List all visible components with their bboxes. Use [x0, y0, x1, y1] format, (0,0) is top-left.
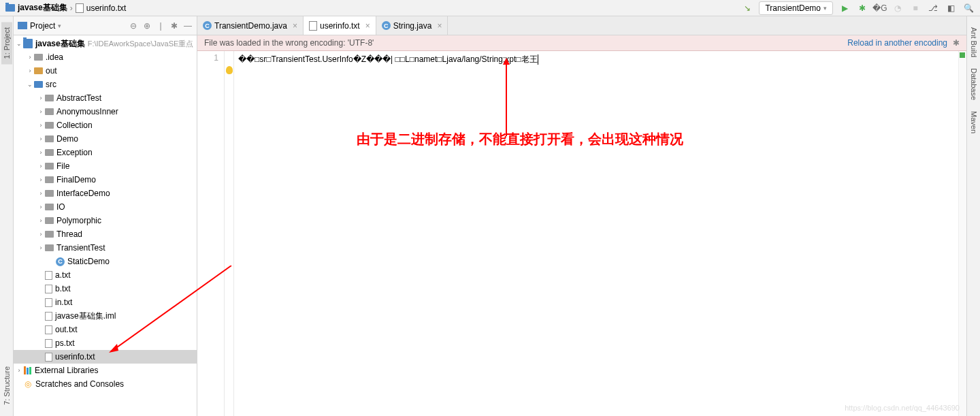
editor-tab[interactable]: CTransientDemo.java× — [197, 16, 304, 35]
editor-tab[interactable]: userinfo.txt× — [304, 16, 376, 35]
tree-package[interactable]: ›Demo — [14, 132, 197, 146]
gear-icon[interactable]: ✱ — [169, 21, 179, 31]
tree-scratches[interactable]: ◎ Scratches and Consoles — [14, 377, 197, 391]
chevron-right-icon[interactable]: › — [37, 108, 45, 115]
file-icon — [45, 271, 52, 280]
chevron-right-icon[interactable]: › — [37, 190, 45, 197]
breadcrumb-file[interactable]: userinfo.txt — [76, 3, 127, 13]
stop-icon[interactable]: ■ — [909, 2, 921, 14]
chevron-down-icon[interactable]: ⌄ — [15, 40, 23, 47]
tab-project[interactable]: 1: Project — [1, 22, 12, 64]
editor-tabs: CTransientDemo.java×userinfo.txt×CString… — [197, 16, 966, 35]
line-gutter[interactable]: 1 — [197, 51, 225, 416]
run-config-selector[interactable]: TransientDemo ▾ — [759, 1, 833, 15]
reload-encoding-link[interactable]: Reload in another encoding — [847, 38, 947, 48]
tree-package[interactable]: ›File — [14, 159, 197, 173]
target-icon[interactable]: ⊕ — [142, 21, 152, 31]
tree-package[interactable]: ›Collection — [14, 118, 197, 132]
collapse-icon[interactable]: ⊖ — [129, 21, 138, 31]
chevron-right-icon[interactable]: › — [37, 122, 45, 129]
tree-package[interactable]: ›FinalDemo — [14, 173, 197, 187]
package-icon — [45, 176, 54, 183]
package-icon — [45, 244, 54, 251]
tree-external-libs[interactable]: › External Libraries — [14, 364, 197, 377]
chevron-right-icon[interactable]: › — [37, 244, 45, 251]
tree-file[interactable]: userinfo.txt — [14, 350, 197, 364]
file-icon — [45, 285, 52, 293]
chevron-down-icon[interactable]: ⌄ — [26, 81, 34, 88]
chevron-right-icon[interactable]: › — [37, 149, 45, 156]
tree-file[interactable]: a.txt — [14, 268, 197, 282]
chevron-right-icon[interactable]: › — [37, 95, 45, 101]
gear-icon[interactable]: ✱ — [953, 38, 960, 48]
error-stripe[interactable] — [958, 51, 966, 416]
tree-file[interactable]: ps.txt — [14, 336, 197, 350]
package-icon — [45, 217, 54, 224]
tree-file[interactable]: b.txt — [14, 282, 197, 295]
layout-icon[interactable]: ◧ — [945, 2, 957, 14]
package-icon — [45, 108, 54, 115]
coverage-icon[interactable]: �G — [874, 2, 886, 14]
tab-structure[interactable]: 7: Structure — [1, 361, 12, 411]
breadcrumb-bar: javase基础集 › userinfo.txt ↘ TransientDemo… — [0, 0, 980, 16]
tree-package[interactable]: ›AnonymousInner — [14, 105, 197, 118]
chevron-down-icon: ▾ — [823, 5, 827, 12]
tree-package[interactable]: ›InterfaceDemo — [14, 187, 197, 200]
close-icon[interactable]: × — [365, 21, 370, 31]
close-icon[interactable]: × — [293, 21, 297, 31]
breadcrumb-project[interactable]: javase基础集 — [5, 2, 67, 14]
profile-icon[interactable]: ◔ — [892, 2, 904, 14]
annotation-text: 由于是二进制存储，不能直接打开看，会出现这种情况 — [357, 133, 683, 145]
tree-src[interactable]: ⌄ src — [14, 78, 197, 91]
file-icon — [45, 312, 52, 321]
class-icon: C — [56, 257, 65, 266]
lightbulb-icon[interactable] — [226, 66, 233, 74]
tree-file[interactable]: in.txt — [14, 295, 197, 309]
chevron-right-icon[interactable]: › — [37, 163, 45, 170]
icon-gutter[interactable] — [225, 51, 234, 416]
chevron-down-icon[interactable]: ▾ — [58, 22, 61, 29]
tree-idea[interactable]: › .idea — [14, 50, 197, 64]
chevron-right-icon[interactable]: › — [37, 231, 45, 238]
chevron-right-icon[interactable]: › — [15, 367, 23, 374]
tab-database[interactable]: Database — [968, 63, 979, 106]
editor-content[interactable]: 1 ��□sr□TransientTest.UserInfo�Z���| □□L… — [197, 51, 966, 416]
tree-package[interactable]: ›Exception — [14, 146, 197, 159]
tab-ant[interactable]: Ant Build — [968, 22, 979, 63]
scratches-icon: ◎ — [23, 379, 33, 389]
chevron-right-icon[interactable]: › — [26, 67, 34, 74]
divider-icon: | — [156, 21, 165, 31]
editor-tab[interactable]: CString.java× — [376, 16, 448, 35]
run-icon[interactable]: ▶ — [838, 2, 851, 14]
tab-maven[interactable]: Maven — [968, 106, 979, 139]
tree-out[interactable]: › out — [14, 64, 197, 78]
tree-package[interactable]: ›IO — [14, 200, 197, 214]
tree-file[interactable]: out.txt — [14, 323, 197, 336]
git-icon[interactable]: ⎇ — [927, 2, 939, 14]
tree-file[interactable]: javase基础集.iml — [14, 309, 197, 323]
chevron-right-icon[interactable]: › — [37, 204, 45, 210]
chevron-right-icon[interactable]: › — [37, 135, 45, 142]
package-icon — [45, 122, 54, 129]
project-title[interactable]: Project — [30, 21, 55, 31]
breadcrumb-project-label: javase基础集 — [18, 2, 67, 14]
chevron-right-icon[interactable]: › — [26, 54, 34, 61]
build-icon[interactable]: ↘ — [741, 2, 753, 14]
tree-staticdemo[interactable]: C StaticDemo — [14, 255, 197, 268]
tree-root[interactable]: ⌄ javase基础集 F:\IDEAworkSpace\JavaSE重点 — [14, 37, 197, 50]
tree-package[interactable]: ›Thread — [14, 227, 197, 241]
tree-package[interactable]: ›TransientTest — [14, 241, 197, 255]
tab-label: String.java — [393, 21, 432, 31]
hide-icon[interactable]: — — [183, 21, 193, 31]
tab-label: userinfo.txt — [320, 21, 360, 31]
chevron-right-icon[interactable]: › — [37, 217, 45, 224]
tree-package[interactable]: ›AbstractTest — [14, 91, 197, 105]
debug-icon[interactable]: ✱ — [856, 2, 868, 14]
code-text[interactable]: ��□sr□TransientTest.UserInfo�Z���| □□L□n… — [234, 51, 966, 416]
close-icon[interactable]: × — [437, 21, 442, 31]
search-icon[interactable]: 🔍 — [962, 2, 975, 14]
project-tree[interactable]: ⌄ javase基础集 F:\IDEAworkSpace\JavaSE重点 › … — [14, 35, 197, 416]
tree-package[interactable]: ›Polymorphic — [14, 214, 197, 227]
chevron-right-icon[interactable]: › — [37, 176, 45, 183]
editor-area: CTransientDemo.java×userinfo.txt×CString… — [197, 16, 966, 416]
